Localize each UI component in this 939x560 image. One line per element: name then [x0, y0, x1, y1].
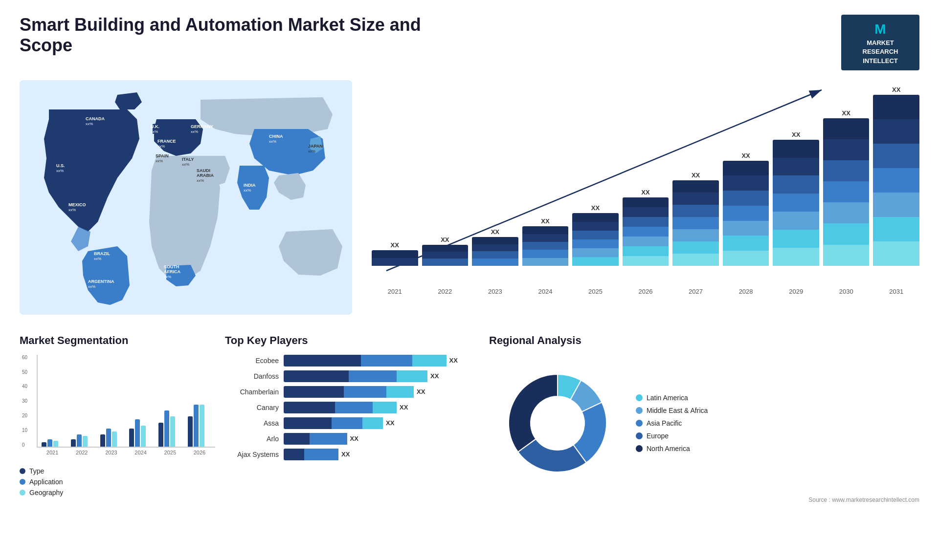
svg-text:xx%: xx%: [244, 188, 251, 193]
svg-text:SPAIN: SPAIN: [156, 153, 169, 158]
player-xx-label: XX: [341, 449, 350, 460]
svg-text:xx%: xx%: [182, 162, 189, 167]
svg-text:xx%: xx%: [157, 144, 165, 149]
bar-stack: [723, 161, 769, 266]
seg-bar-group: [100, 429, 124, 447]
seg-bar-group: [42, 439, 65, 447]
bar-segment: [873, 168, 919, 193]
player-bar-segment: [397, 370, 427, 382]
svg-text:ARGENTINA: ARGENTINA: [88, 279, 114, 284]
svg-text:INDIA: INDIA: [244, 183, 256, 188]
bar-segment: [522, 250, 569, 258]
player-xx-label: XX: [386, 417, 394, 429]
player-bar-segment: [362, 417, 383, 429]
bar-segment: [773, 212, 819, 230]
regional-legend-item: Asia Pacific: [636, 419, 708, 427]
player-bar-segment: [412, 355, 447, 366]
player-name: Assa: [225, 419, 279, 427]
regional-title: Regional Analysis: [489, 334, 919, 347]
bar-segment: [773, 230, 819, 248]
player-bar-segment: [284, 402, 335, 413]
svg-text:U.S.: U.S.: [56, 163, 65, 168]
logo-line2: RESEARCH: [863, 48, 898, 55]
seg-bar-group: [188, 405, 211, 447]
key-players-title: Top Key Players: [225, 334, 479, 347]
svg-text:ARABIA: ARABIA: [197, 173, 214, 178]
bar-group: XX: [422, 236, 469, 266]
bar-segment: [672, 180, 719, 193]
seg-bar: [100, 434, 105, 447]
svg-text:xx%: xx%: [197, 178, 204, 183]
bar-stack: [372, 250, 418, 266]
bar-segment: [672, 193, 719, 205]
bar-value-label: XX: [441, 236, 449, 243]
bar-stack: [823, 118, 870, 266]
svg-text:AFRICA: AFRICA: [164, 269, 180, 274]
bar-stack: [472, 237, 518, 266]
bar-segment: [572, 213, 619, 222]
bar-segment: [823, 245, 870, 266]
player-bar-wrap: XX: [284, 355, 479, 366]
seg-bar: [200, 405, 204, 447]
player-bar-wrap: XX: [284, 417, 479, 429]
seg-x-label: 2025: [158, 450, 182, 455]
bar-x-label: 2031: [873, 288, 919, 295]
bar-x-label: 2030: [823, 288, 870, 295]
bar-group: XX: [773, 131, 819, 266]
legend-item: Type: [20, 467, 215, 475]
seg-bars: [37, 355, 215, 448]
bar-x-label: 2025: [572, 288, 619, 295]
regional-legend-label: Middle East & Africa: [647, 407, 708, 414]
bar-segment: [472, 258, 518, 266]
bar-value-label: XX: [741, 152, 750, 159]
seg-bar: [188, 416, 193, 447]
world-map: CANADA xx% U.S. xx% MEXICO xx% BRAZIL xx…: [20, 80, 352, 315]
map-svg: CANADA xx% U.S. xx% MEXICO xx% BRAZIL xx…: [20, 80, 352, 315]
player-bar-segment: [335, 402, 373, 413]
player-row: AssaXX: [225, 417, 479, 429]
player-row: CanaryXX: [225, 402, 479, 413]
seg-x-label: 2022: [70, 450, 93, 455]
seg-bar: [158, 423, 163, 447]
bar-value-label: XX: [792, 131, 800, 138]
donut-chart: [489, 355, 626, 492]
player-xx-label: XX: [430, 370, 439, 382]
player-bar-segment: [349, 370, 397, 382]
svg-text:xx%: xx%: [151, 129, 158, 134]
svg-text:MEXICO: MEXICO: [68, 202, 86, 207]
seg-bar: [141, 426, 146, 447]
bar-segment: [672, 254, 719, 266]
seg-bar: [135, 419, 140, 447]
svg-text:xx%: xx%: [94, 257, 101, 261]
bar-segment: [773, 175, 819, 194]
bar-segment: [873, 95, 919, 119]
bar-segment: [723, 221, 769, 236]
regional-legend-dot: [636, 445, 643, 452]
bar-x-label: 2022: [422, 288, 469, 295]
bar-value-label: XX: [892, 86, 900, 93]
bar-segment: [823, 223, 870, 244]
logo-line3: INTELLECT: [863, 57, 898, 65]
bar-segment: [623, 246, 669, 256]
svg-text:xx%: xx%: [86, 122, 93, 126]
seg-bar: [170, 416, 175, 447]
bar-segment: [623, 227, 669, 237]
regional-legend-label: Latin America: [647, 394, 688, 402]
bar-segment: [823, 181, 870, 202]
seg-bar-group: [71, 434, 94, 447]
legend-dot: [20, 490, 25, 495]
seg-bar: [47, 439, 52, 447]
seg-x-label: 2026: [188, 450, 211, 455]
top-section: CANADA xx% U.S. xx% MEXICO xx% BRAZIL xx…: [20, 80, 919, 315]
page-title: Smart Building and Automation Market Siz…: [20, 15, 460, 56]
seg-bar-group: [158, 410, 182, 447]
logo-box: M MARKET RESEARCH INTELLECT: [841, 15, 919, 70]
svg-text:xx%: xx%: [88, 284, 95, 289]
seg-x-label: 2021: [41, 450, 64, 455]
seg-bar: [42, 442, 46, 447]
regional-legend-dot: [636, 432, 643, 439]
legend-item: Application: [20, 478, 215, 486]
seg-bar: [106, 429, 111, 447]
bar-segment: [372, 250, 418, 258]
bottom-section: Market Segmentation 60 50 40 30 20 10 0 …: [20, 334, 919, 503]
